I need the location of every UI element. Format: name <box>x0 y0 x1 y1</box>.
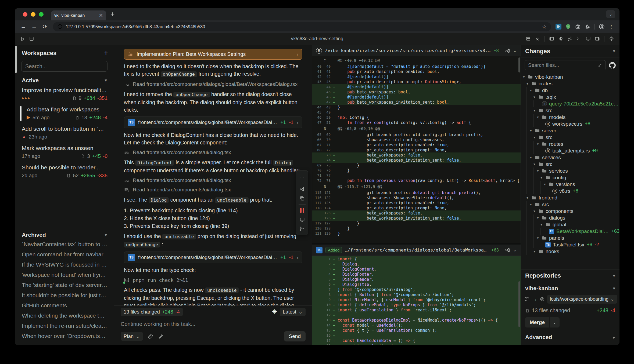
copy-icon[interactable] <box>296 194 308 203</box>
tree-row-query-70b21c5c0a2ba5c21c9c1132f14a688[interactable]: {}query-70b21c5c0a2ba5c21c9c1132f14a688 <box>521 100 619 107</box>
diff-line[interactable]: 16+ <box>312 333 521 338</box>
tree-row-services[interactable]: ▾services <box>521 168 619 174</box>
diff-line[interactable]: 1+import { <box>312 256 521 261</box>
diff-line[interactable]: 5+ DialogHeader, <box>312 277 521 282</box>
browser-tab[interactable]: VK vibe-kanban ✕ <box>51 10 106 20</box>
tool-read-row[interactable]: Read frontend/src/components/ui/dialog.t… <box>124 177 302 184</box>
settings-gear-icon[interactable] <box>607 35 616 43</box>
diff-line[interactable]: 115121 git_branch_prefix: default_git_br… <box>312 190 521 195</box>
sidebar-scrollbar[interactable] <box>15 46 17 73</box>
diff-scrollbar[interactable] <box>518 57 520 72</box>
archived-workspace-item[interactable]: When deleting the workspace that'... <box>15 311 114 321</box>
attach-icon[interactable] <box>148 334 153 339</box>
tool-read-row[interactable]: Read frontend/src/components/dialogs/glo… <box>124 81 302 88</box>
git-graph-icon[interactable] <box>296 224 308 233</box>
workspace-item[interactable]: Add scroll to bottom button in `Virt...▲… <box>15 123 114 143</box>
diff-line[interactable]: 6975 } <box>312 163 521 168</box>
message-input[interactable] <box>121 321 306 327</box>
diff-line[interactable]: 47+ pub beta_workspaces_invitation_sent:… <box>312 100 521 105</box>
files-changed-chip[interactable]: 13 files changed +248 -4 <box>121 308 183 316</box>
diff-line[interactable]: 44+ #[serde(default)] <box>312 84 521 89</box>
latest-dropdown[interactable]: Latest⌄ <box>280 308 306 316</box>
diff-line[interactable]: 15+ const { t } = useTranslation('common… <box>312 328 521 333</box>
file-search-input[interactable] <box>525 60 606 70</box>
collapse-all-icon[interactable] <box>533 35 542 43</box>
drag-handle-icon[interactable] <box>296 173 308 182</box>
chevron-down-icon[interactable]: ▾ <box>613 273 615 279</box>
tree-row-task-attempts.rs[interactable]: Rtask_attempts.rs+9 <box>521 147 619 154</box>
archived-workspace-item[interactable]: `NavbarContainer.tsx` button to g... <box>15 239 114 249</box>
tab-close-icon[interactable]: ✕ <box>99 13 103 18</box>
profile-avatar-icon[interactable] <box>597 22 606 31</box>
tree-row-dialogs[interactable]: ▾dialogs <box>521 214 619 221</box>
spark-icon[interactable]: ✳ <box>272 308 277 315</box>
diff-line[interactable]: 3+ DialogContent, <box>312 267 521 272</box>
address-bar[interactable]: 127.0.0.1:57095/workspaces/c63c9fd6-dfb8… <box>53 22 551 31</box>
diff-line[interactable]: 73+ beta_workspaces: false, <box>312 152 521 158</box>
diff-line[interactable]: 46+ #[serde(default)] <box>312 94 521 100</box>
tree-row-hooks[interactable]: ▾hooks <box>521 248 619 255</box>
tree-row-routes[interactable]: ▾routes <box>521 141 619 147</box>
hunk-header[interactable]: ⇡@@ -40,8 +40,12 @@ <box>312 57 521 64</box>
diff-line[interactable]: 7177 <box>312 173 521 178</box>
tree-row-vibe-kanban[interactable]: ▾vibe-kanban <box>521 74 619 80</box>
diff-line[interactable]: 17+ const handleJoinBeta = () => { <box>312 338 521 343</box>
tree-row-panels[interactable]: ▾panels <box>521 235 619 241</box>
diff-line[interactable]: 4343 pub pr_auto_description_prompt: Opt… <box>312 79 521 84</box>
merge-button[interactable]: Merge <box>525 317 549 327</box>
archived-workspace-item[interactable]: GitHub comments <box>15 300 114 311</box>
archived-workspace-item[interactable]: When hover over `Dropdown.tsx` i... <box>15 331 114 341</box>
pause-icon[interactable] <box>296 206 308 215</box>
chevron-down-icon[interactable]: ▾ <box>105 232 107 238</box>
edited-file-card[interactable]: TSfrontend/src/components/dialogs/global… <box>124 117 302 128</box>
tree-row-v8.rs[interactable]: Rv8.rs+8 <box>521 188 619 194</box>
diff-line[interactable]: 4549 <box>312 110 521 115</box>
diff-line[interactable]: 4141 pub pr_auto_description_enabled: bo… <box>312 69 521 74</box>
workspace-item[interactable]: Mark workspaces as unseen17h ago3+45-0 <box>15 143 114 162</box>
terminal-icon[interactable] <box>575 35 583 43</box>
panel-left-icon[interactable] <box>547 35 556 43</box>
diff-line[interactable]: 4040 #[serde(default = "default_pr_auto_… <box>312 64 521 69</box>
tree-row-frontend[interactable]: ▾frontend <box>521 194 619 201</box>
tree-row-src[interactable]: ▾src <box>521 161 619 168</box>
logout-icon[interactable] <box>19 35 27 43</box>
github-icon[interactable] <box>609 62 616 69</box>
chevron-down-icon[interactable]: ⌄ <box>513 247 517 253</box>
back-icon[interactable]: ← <box>19 22 28 31</box>
tree-row-services[interactable]: ▾services <box>521 154 619 161</box>
diff-line[interactable]: 4751 fn from_v7_config(old_config: v7::C… <box>312 120 521 125</box>
diff-line[interactable]: 6569 git_branch_prefix: old_config.git_b… <box>312 132 521 137</box>
tree-row-workspace.rs[interactable]: Rworkspace.rs+8 <box>521 121 619 127</box>
diff-scrollbar-2[interactable] <box>518 281 520 327</box>
tree-row-taskpanel.tsx[interactable]: TSTaskPanel.tsx+8-2 <box>521 241 619 248</box>
archived-workspace-item[interactable]: The 'starting' state of dev servers is..… <box>15 280 114 290</box>
hunk-header[interactable]: ⇅@@ -65,8 +69,10 @@ <box>312 125 521 132</box>
archived-workspace-item[interactable]: If the WYSIWYG is focussed in `Cre... <box>15 260 114 270</box>
tree-row-global[interactable]: ▾global <box>521 221 619 228</box>
diff-line[interactable]: 121129} <box>312 231 521 236</box>
forward-icon[interactable]: → <box>29 22 39 31</box>
site-info-icon[interactable] <box>57 24 63 29</box>
minimize-window-button[interactable] <box>31 12 35 17</box>
tree-row-src[interactable]: ▾src <box>521 107 619 114</box>
workspace-item[interactable]: Add beta flag for workspaces5m ago13+248… <box>15 104 114 123</box>
workspace-item[interactable]: Should be possible to reorder...2d ago52… <box>15 162 114 181</box>
chevron-down-icon[interactable]: ⌄ <box>513 48 517 53</box>
chevron-down-icon[interactable]: ▾ <box>613 286 615 291</box>
tool-read-row[interactable]: Read frontend/src/components/ui/dialog.t… <box>124 149 302 156</box>
diff-line[interactable]: 9+import NiceModal, { useModal } from '@… <box>312 297 521 302</box>
archived-workspace-item[interactable]: It shouldn't be possible for just the ..… <box>15 290 114 300</box>
preview-monitor-icon[interactable] <box>296 215 308 224</box>
implementation-plan-banner[interactable]: Implementation Plan: Beta Workspaces Set… <box>124 49 302 60</box>
archived-workspace-item[interactable]: Implement the re-run setup/cleanu... <box>15 321 114 331</box>
merge-dropdown[interactable]: ⌄ <box>549 317 560 327</box>
tree-row-server[interactable]: ▾server <box>521 127 619 134</box>
diff-line[interactable]: 18+ modal.resolve(true); <box>312 343 521 345</box>
archive-icon[interactable] <box>27 35 36 43</box>
tree-row-models[interactable]: ▾models <box>521 114 619 121</box>
browser-menu-icon[interactable]: ⋮ <box>607 22 616 31</box>
edited-file-card[interactable]: TSfrontend/src/components/dialogs/global… <box>124 252 302 263</box>
diff-line[interactable]: 119127 } <box>312 221 521 226</box>
vscode-icon[interactable] <box>296 185 308 194</box>
diff-line[interactable]: 126+ beta_workspaces_invitation_sent: fa… <box>312 216 521 221</box>
